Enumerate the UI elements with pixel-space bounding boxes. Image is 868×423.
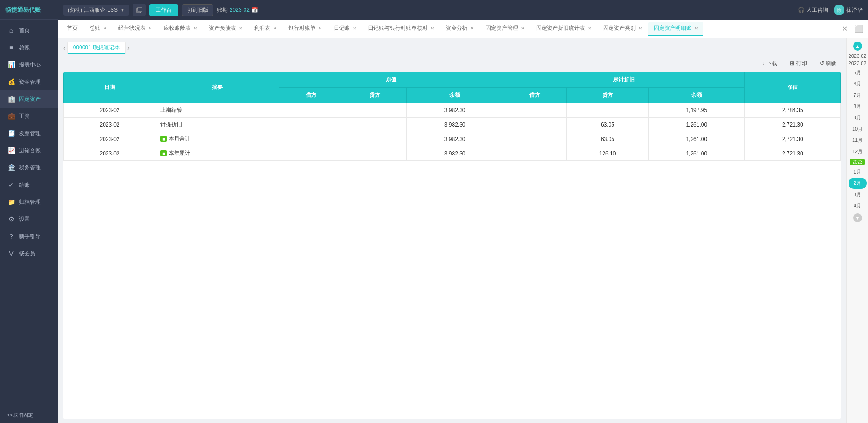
tab-close-receivables[interactable]: ✕ xyxy=(193,26,197,31)
sidebar-item-settlement[interactable]: ✓ 结账 xyxy=(0,176,58,193)
tab-receivables[interactable]: 应收账龄表 ✕ xyxy=(158,22,203,36)
cell-date: 2023-02 xyxy=(64,146,156,161)
table-row: 2023-02 ■本月合计 3,982.30 63.05 1,261.00 2,… xyxy=(64,132,841,146)
tab-ledger[interactable]: 总账 ✕ xyxy=(84,22,112,36)
panel-up-arrow[interactable]: ▲ xyxy=(853,42,862,51)
breadcrumb-item[interactable]: 000001 联想笔记本 xyxy=(67,42,126,54)
panel-month-10[interactable]: 10月 xyxy=(849,123,867,135)
tabbar-right: ✕ ⬜ xyxy=(839,24,864,34)
fa-detail-table: 日期 摘要 原值 累计折旧 净值 借方 贷方 余额 借方 贷方 余额 xyxy=(63,72,841,161)
tab-fa-mgmt[interactable]: 固定资产管理 ✕ xyxy=(480,22,530,36)
tab-reconcile[interactable]: 日记账与银行对账单核对 ✕ xyxy=(363,22,439,36)
tab-menu-button[interactable]: ⬜ xyxy=(854,24,864,34)
panel-month-1[interactable]: 1月 xyxy=(849,166,867,178)
download-button[interactable]: ↓ 下载 xyxy=(758,58,782,69)
user-menu[interactable]: 徐 徐泽华 xyxy=(834,5,863,15)
company-selector[interactable]: (勿动) 江西服企-LSS ▼ xyxy=(63,5,129,16)
panel-month-6[interactable]: 6月 xyxy=(849,78,867,89)
tab-close-bank[interactable]: ✕ xyxy=(318,26,322,31)
tab-journal[interactable]: 日记账 ✕ xyxy=(328,22,362,36)
copy-button[interactable] xyxy=(133,4,146,16)
tab-home[interactable]: 首页 xyxy=(61,22,83,36)
sidebar-collapse[interactable]: <<取消固定 xyxy=(0,407,58,423)
tab-balance[interactable]: 资产负债表 ✕ xyxy=(203,22,248,36)
service-link[interactable]: 🎧 人工咨询 xyxy=(798,6,828,14)
tab-close-fa-depreciation[interactable]: ✕ xyxy=(588,26,591,31)
panel-month-11[interactable]: 11月 xyxy=(849,135,867,146)
sidebar-item-payroll[interactable]: 💼 工资 xyxy=(0,108,58,125)
tab-close-operations[interactable]: ✕ xyxy=(148,26,152,31)
home-icon: ⌂ xyxy=(7,26,15,34)
cell-orig-credit xyxy=(343,103,407,118)
tab-close-reconcile[interactable]: ✕ xyxy=(430,26,434,31)
tab-close-fa-detail[interactable]: ✕ xyxy=(694,26,698,31)
refresh-button[interactable]: ↺ 刷新 xyxy=(815,58,841,69)
tab-fa-category[interactable]: 固定资产类别 ✕ xyxy=(598,22,647,36)
cell-accum-debit xyxy=(503,103,566,118)
tabbar: 首页 总账 ✕ 经营状况表 ✕ 应收账龄表 ✕ 资产负债表 ✕ 利润表 ✕ 银行… xyxy=(58,20,868,38)
archive-icon: 📁 xyxy=(7,198,15,206)
sidebar-item-guide[interactable]: ? 新手引导 xyxy=(0,228,58,245)
cell-accum-debit xyxy=(503,132,566,146)
sidebar-item-reports[interactable]: 📊 报表中心 xyxy=(0,56,58,73)
sidebar-item-invoice[interactable]: 🧾 发票管理 xyxy=(0,125,58,142)
sidebar-item-label: 工资 xyxy=(19,113,30,120)
tab-profit[interactable]: 利润表 ✕ xyxy=(249,22,282,36)
sidebar-item-member[interactable]: V 畅会员 xyxy=(0,245,58,262)
print-button[interactable]: ⊞ 打印 xyxy=(785,58,811,69)
sidebar-item-label: 税务管理 xyxy=(19,164,41,172)
panel-down-arrow[interactable]: ▼ xyxy=(853,213,862,222)
sidebar-item-settings[interactable]: ⚙ 设置 xyxy=(0,211,58,228)
panel-month-3[interactable]: 3月 xyxy=(849,189,867,200)
page-content: ‹ 000001 联想笔记本 › ↓ 下载 ⊞ 打印 ↺ 刷新 日期 xyxy=(58,38,846,423)
sidebar-item-label: 固定资产 xyxy=(19,95,41,103)
period-label: 账期 2023-02 📅 xyxy=(217,6,258,14)
sidebar-item-label: 进销台账 xyxy=(19,147,41,155)
panel-month-4[interactable]: 4月 xyxy=(849,200,867,212)
sidebar-item-tax[interactable]: 🏦 税务管理 xyxy=(0,159,58,176)
tab-close-fa-category[interactable]: ✕ xyxy=(638,26,642,31)
tab-close-ledger[interactable]: ✕ xyxy=(103,26,107,31)
cell-summary: 计提折旧 xyxy=(156,118,279,132)
tab-fa-detail[interactable]: 固定资产明细账 ✕ xyxy=(648,22,703,36)
panel-arrows-bottom: ▼ xyxy=(853,212,862,224)
cell-orig-debit xyxy=(279,118,343,132)
panel-month-7[interactable]: 7月 xyxy=(849,89,867,101)
sidebar-item-funds[interactable]: 💰 资金管理 xyxy=(0,73,58,90)
breadcrumb: ‹ 000001 联想笔记本 › xyxy=(63,42,841,54)
sidebar-item-fixed-assets[interactable]: 🏢 固定资产 xyxy=(0,90,58,108)
tab-close-journal[interactable]: ✕ xyxy=(353,26,356,31)
panel-month-2[interactable]: 2月 xyxy=(849,178,867,189)
member-icon: V xyxy=(7,249,15,258)
panel-month-12[interactable]: 12月 xyxy=(849,146,867,157)
tab-bank[interactable]: 银行对账单 ✕ xyxy=(283,22,327,36)
sidebar-item-ledger[interactable]: ≡ 总账 xyxy=(0,39,58,56)
tag-green: ■ xyxy=(160,150,167,156)
panel-month-9[interactable]: 9月 xyxy=(849,112,867,123)
toolbar: ↓ 下载 ⊞ 打印 ↺ 刷新 xyxy=(63,58,841,69)
tab-close-balance[interactable]: ✕ xyxy=(239,26,242,31)
sidebar: 畅捷通易代账 ⌂ 首页 ≡ 总账 📊 报表中心 💰 资金管理 🏢 固定资产 💼 … xyxy=(0,0,58,423)
tax-icon: 🏦 xyxy=(7,164,15,172)
th-accumulated-depreciation: 累计折旧 xyxy=(503,72,745,88)
tab-fund-analysis[interactable]: 资金分析 ✕ xyxy=(440,22,479,36)
sidebar-item-label: 结账 xyxy=(19,181,30,189)
table-wrapper: 日期 摘要 原值 累计折旧 净值 借方 贷方 余额 借方 贷方 余额 xyxy=(63,72,841,419)
tag-green: ■ xyxy=(160,136,167,142)
tab-close-profit[interactable]: ✕ xyxy=(273,26,277,31)
switch-button[interactable]: 切到旧版 xyxy=(182,4,213,16)
breadcrumb-next[interactable]: › xyxy=(127,44,130,52)
tab-fa-depreciation[interactable]: 固定资产折旧统计表 ✕ xyxy=(531,22,597,36)
breadcrumb-prev[interactable]: ‹ xyxy=(63,44,66,52)
close-all-button[interactable]: ✕ xyxy=(839,24,850,34)
sidebar-item-home[interactable]: ⌂ 首页 xyxy=(0,22,58,39)
tab-close-fund-analysis[interactable]: ✕ xyxy=(470,26,474,31)
panel-month-8[interactable]: 8月 xyxy=(849,101,867,112)
tab-close-fa-mgmt[interactable]: ✕ xyxy=(521,26,524,31)
panel-date-2: 2023.02 xyxy=(848,60,868,67)
workbench-button[interactable]: 工作台 xyxy=(149,4,178,16)
sidebar-item-archive[interactable]: 📁 归档管理 xyxy=(0,193,58,211)
panel-month-5[interactable]: 5月 xyxy=(849,67,867,78)
sidebar-item-sales[interactable]: 📈 进销台账 xyxy=(0,142,58,159)
tab-operations[interactable]: 经营状况表 ✕ xyxy=(113,22,157,36)
